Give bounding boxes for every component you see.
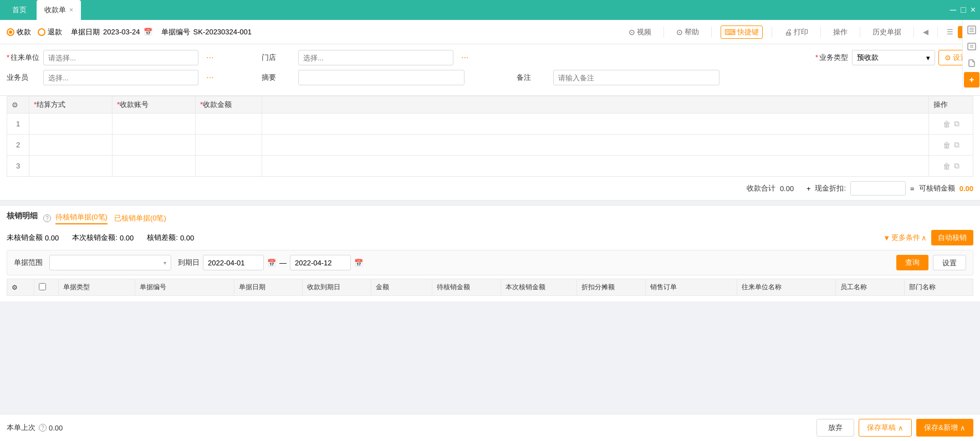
more-conditions-btn[interactable]: ▼ 更多条件 ∧	[883, 233, 927, 243]
counterpart-input[interactable]	[43, 50, 198, 65]
row-2-account-input[interactable]	[113, 135, 195, 155]
row-1-settlement-input[interactable]	[29, 114, 112, 134]
filter-date-start-input[interactable]	[203, 255, 264, 270]
window-close-icon[interactable]: ×	[971, 5, 976, 15]
tab-bar: 首页 收款单 × ─ □ ×	[0, 0, 980, 20]
row-2-settlement[interactable]	[29, 135, 113, 156]
row-1-amount[interactable]	[196, 114, 262, 135]
tab-close-icon[interactable]: ×	[69, 6, 73, 14]
writeoff-top-bar: 核销明细 ? 待核销单据(0笔) 已核销单据(0笔)	[7, 211, 973, 225]
form-row-2: 业务员 ··· 摘要 备注	[7, 70, 973, 85]
sidebar-icon-3[interactable]	[964, 55, 979, 71]
row-3-remark[interactable]	[262, 156, 929, 177]
filter-range-label: 单据范围	[14, 258, 43, 268]
row-1-remark[interactable]	[262, 114, 929, 135]
col-sales-order-header: 销售订单	[645, 279, 737, 296]
tab-active[interactable]: 收款单 ×	[37, 0, 81, 20]
nav-prev-icon[interactable]: ◀	[923, 28, 928, 36]
row-1-amount-input[interactable]	[196, 114, 262, 134]
counterpart-more-btn[interactable]: ···	[204, 53, 216, 63]
sidebar-icon-4[interactable]	[964, 72, 979, 88]
row-2-account[interactable]	[113, 135, 196, 156]
store-more-btn[interactable]: ···	[459, 53, 471, 63]
select-all-checkbox[interactable]	[39, 283, 46, 290]
query-btn[interactable]: 查询	[896, 255, 928, 270]
auto-writeoff-btn[interactable]: 自动核销	[931, 230, 973, 245]
sidebar-icon-2[interactable]	[964, 39, 979, 54]
salesperson-more-btn[interactable]: ···	[204, 73, 216, 83]
row-1-copy-icon[interactable]: ⧉	[954, 119, 959, 129]
tab-pending[interactable]: 待核销单据(0笔)	[55, 212, 108, 224]
date-range-dash: —	[279, 259, 287, 267]
col-settings-header[interactable]: ⚙	[7, 96, 29, 114]
row-1-account[interactable]	[113, 114, 196, 135]
row-3-delete-icon[interactable]: 🗑	[943, 162, 951, 171]
date-value[interactable]: 2023-03-24	[103, 28, 140, 36]
row-1-remark-input[interactable]	[262, 114, 928, 134]
row-2-copy-icon[interactable]: ⧉	[954, 140, 959, 150]
row-3-account[interactable]	[113, 156, 196, 177]
calendar-icon[interactable]: 📅	[144, 28, 152, 36]
summary-input[interactable]	[298, 70, 465, 85]
divider-2	[711, 27, 712, 38]
filter-range-select[interactable]: ▾	[49, 255, 171, 270]
filter-date-end-input[interactable]	[290, 255, 351, 270]
radio-receipt[interactable]: 收款	[7, 27, 31, 37]
unchecked-item: 未核销金额 0.00	[7, 233, 59, 243]
receipt-table: ⚙ *结算方式 *收款账号 *收款金额 操作 1	[7, 96, 973, 177]
radio-receipt-dot	[7, 28, 14, 36]
col-amount-header: *收款金额	[196, 96, 262, 114]
row-3-copy-icon[interactable]: ⧉	[954, 161, 959, 171]
radio-refund[interactable]: 退款	[38, 27, 62, 37]
remark-input[interactable]	[553, 70, 719, 85]
tab-home[interactable]: 首页	[4, 0, 34, 20]
col-checkbox-header[interactable]	[34, 279, 59, 296]
row-3-amount[interactable]	[196, 156, 262, 177]
store-input[interactable]	[298, 50, 453, 65]
tab-done[interactable]: 已核销单据(0笔)	[114, 213, 166, 223]
calendar-end-icon[interactable]: 📅	[354, 259, 363, 267]
discount-input[interactable]	[850, 181, 906, 196]
list-view-icon[interactable]: ☰	[947, 28, 953, 36]
writeoff-info-icon[interactable]: ?	[43, 214, 51, 222]
window-restore-icon[interactable]: □	[961, 5, 966, 15]
history-btn[interactable]: 历史单据	[869, 26, 905, 38]
filter-settings-btn[interactable]: 设置	[933, 255, 966, 270]
shortcut-btn[interactable]: ⌨ 快捷键	[721, 25, 763, 39]
row-3-settlement-input[interactable]	[29, 156, 112, 176]
row-2-delete-icon[interactable]: 🗑	[943, 141, 951, 150]
print-btn[interactable]: 🖨 打印	[781, 26, 811, 38]
calendar-start-icon[interactable]: 📅	[267, 259, 276, 267]
operation-btn[interactable]: 操作	[830, 26, 851, 38]
footer-left: 本单上次 ? 0.00	[7, 423, 63, 433]
svg-rect-4	[968, 43, 976, 50]
col-remark-header	[262, 96, 929, 114]
row-3-remark-input[interactable]	[262, 156, 928, 176]
sidebar-icon-1[interactable]	[964, 22, 979, 38]
row-2-amount[interactable]	[196, 135, 262, 156]
table-row: 2 🗑 ⧉	[7, 135, 973, 156]
row-2-amount-input[interactable]	[196, 135, 262, 155]
bill-no-value: SK-20230324-001	[193, 28, 252, 36]
row-1-delete-icon[interactable]: 🗑	[943, 120, 951, 129]
video-btn[interactable]: ⊙ 视频	[625, 26, 655, 38]
row-1-settlement[interactable]	[29, 114, 113, 135]
save-new-btn[interactable]: 保存&新增 ∧	[916, 419, 973, 437]
row-3-settlement[interactable]	[29, 156, 113, 177]
save-draft-btn[interactable]: 保存草稿 ∧	[859, 419, 912, 437]
row-2-remark[interactable]	[262, 135, 929, 156]
help-btn[interactable]: ⊙ 帮助	[673, 26, 702, 38]
abandon-btn[interactable]: 放弃	[816, 419, 854, 437]
col-settings-2-header[interactable]: ⚙	[7, 279, 34, 296]
row-2-remark-input[interactable]	[262, 135, 928, 155]
table-gear-icon[interactable]: ⚙	[12, 101, 18, 109]
row-2-settlement-input[interactable]	[29, 135, 112, 155]
divider-5	[860, 27, 860, 38]
window-minimize-icon[interactable]: ─	[950, 5, 956, 15]
footer-info-icon[interactable]: ?	[39, 424, 47, 432]
row-3-amount-input[interactable]	[196, 156, 262, 176]
salesperson-input[interactable]	[43, 70, 198, 85]
row-3-account-input[interactable]	[113, 156, 195, 176]
business-type-select[interactable]: 预收款 ▾	[852, 50, 935, 65]
row-1-account-input[interactable]	[113, 114, 195, 134]
